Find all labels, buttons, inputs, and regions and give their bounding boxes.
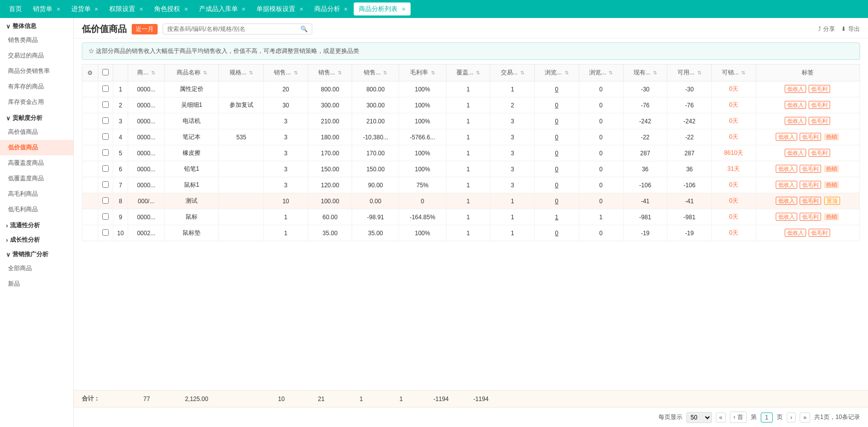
row-checkbox-cell[interactable] (98, 97, 113, 113)
spec-col[interactable]: 规格... ⇅ (219, 64, 264, 81)
row-tags: 低收入 低毛利 (756, 81, 860, 97)
row-checkbox[interactable] (102, 197, 109, 204)
row-checkbox-cell[interactable] (98, 161, 113, 177)
nav-close-product-in[interactable]: ✕ (241, 6, 245, 12)
last-page-btn[interactable]: » (800, 413, 810, 423)
sidebar-item-category-rate[interactable]: 商品分类销售率 (0, 63, 73, 79)
row-checkbox[interactable] (102, 117, 109, 124)
tag-hot: 热销 (824, 181, 839, 188)
sidebar-item-sales-products[interactable]: 销售类商品 (0, 32, 73, 48)
search-input[interactable] (167, 25, 300, 32)
row-checkbox[interactable] (102, 229, 109, 236)
sidebar-item-low-coverage[interactable]: 低覆盖度商品 (0, 171, 73, 186)
tag-low-profit: 低毛利 (809, 85, 830, 93)
sidebar-group-contribution[interactable]: ∨ 贡献度分析 (0, 110, 73, 124)
row-checkbox-cell[interactable] (98, 177, 113, 193)
usable-col[interactable]: 可用... ⇅ (667, 64, 712, 81)
nav-template[interactable]: 单据模板设置 ✕ (251, 2, 308, 15)
row-checkbox-cell[interactable] (98, 129, 113, 145)
trade-col[interactable]: 交易... ⇅ (490, 64, 535, 81)
settings-col[interactable]: ⚙ (82, 64, 98, 81)
sidebar-group-growth[interactable]: › 成长性分析 (0, 232, 73, 246)
browse1-col[interactable]: 浏览... ⇅ (535, 64, 579, 81)
search-icon[interactable]: 🔍 (300, 25, 308, 32)
select-all-checkbox[interactable] (102, 69, 109, 75)
sidebar-group-marketing-label: 营销推广分析 (12, 250, 48, 259)
filter-recent-month-btn[interactable]: 近一月 (132, 24, 158, 34)
sidebar-group-circulation[interactable]: › 流通性分析 (0, 217, 73, 232)
nav-purchase[interactable]: 进货单 ✕ (66, 2, 104, 15)
sellable-col[interactable]: 可销... ⇅ (711, 64, 756, 81)
table-body: 1 0000... 属性定价 20 800.00 800.00 100% 1 1… (82, 81, 860, 241)
nav-close-analysis-list[interactable]: ✕ (402, 6, 406, 12)
sidebar-item-stock-products[interactable]: 有库存的商品 (0, 79, 73, 94)
sidebar-item-high-value[interactable]: 高价值商品 (0, 124, 73, 140)
row-code: 0002... (128, 225, 165, 241)
sidebar-item-low-value[interactable]: 低价值商品 (0, 140, 73, 155)
sale-profit-col[interactable]: 销售... ⇅ (352, 64, 399, 81)
sidebar-item-high-profit[interactable]: 高毛利商品 (0, 186, 73, 202)
next-page-btn[interactable]: › (787, 413, 796, 423)
sidebar-group-marketing[interactable]: ∨ 营销推广分析 (0, 246, 73, 261)
code-col[interactable]: 商... ⇅ (128, 64, 165, 81)
first-page-btn[interactable]: « (716, 413, 726, 423)
row-checkbox[interactable] (102, 165, 109, 172)
row-checkbox[interactable] (102, 149, 109, 156)
row-browse1[interactable]: 0 (535, 97, 579, 113)
row-checkbox-cell[interactable] (98, 81, 113, 97)
sidebar-item-stock-capital[interactable]: 库存资金占用 (0, 94, 73, 110)
row-browse1[interactable]: 0 (535, 113, 579, 129)
coverage-col[interactable]: 覆盖... ⇅ (446, 64, 490, 81)
gross-rate-col[interactable]: 毛利率 ⇅ (399, 64, 446, 81)
share-btn[interactable]: ⤴ 分享 (818, 25, 835, 33)
export-btn[interactable]: ⬇ 导出 (841, 25, 860, 33)
row-browse1[interactable]: 0 (535, 145, 579, 161)
nav-analysis[interactable]: 商品分析 ✕ (309, 2, 353, 15)
nav-product-in[interactable]: 产成品入库单 ✕ (194, 2, 251, 15)
row-checkbox[interactable] (102, 85, 109, 92)
row-checkbox[interactable] (102, 213, 109, 220)
row-checkbox-cell[interactable] (98, 225, 113, 241)
qty-col[interactable]: 销售... ⇅ (264, 64, 308, 81)
sidebar-item-all-products[interactable]: 全部商品 (0, 261, 73, 276)
nav-home[interactable]: 首页 (4, 2, 27, 15)
sidebar-item-new-products[interactable]: 新品 (0, 276, 73, 292)
sidebar-item-high-coverage[interactable]: 高覆盖度商品 (0, 155, 73, 171)
nav-permission[interactable]: 权限设置 ✕ (104, 2, 148, 15)
row-browse1[interactable]: 1 (535, 209, 579, 225)
sidebar-group-overview[interactable]: ∨ 整体信息 (0, 18, 73, 32)
stock1-col[interactable]: 现有... ⇅ (623, 64, 667, 81)
prev-page-btn[interactable]: ‹ 首 (730, 412, 746, 423)
sidebar-item-low-profit[interactable]: 低毛利商品 (0, 202, 73, 217)
browse2-col[interactable]: 浏览... ⇅ (579, 64, 623, 81)
nav-analysis-list[interactable]: 商品分析列表 ✕ (354, 2, 411, 15)
row-checkbox-cell[interactable] (98, 193, 113, 209)
nav-close-template[interactable]: ✕ (299, 6, 303, 12)
row-browse1[interactable]: 0 (535, 161, 579, 177)
row-checkbox-cell[interactable] (98, 145, 113, 161)
row-browse1[interactable]: 0 (535, 193, 579, 209)
nav-close-role[interactable]: ✕ (184, 6, 188, 12)
row-checkbox[interactable] (102, 133, 109, 140)
row-checkbox[interactable] (102, 181, 109, 188)
row-browse1[interactable]: 0 (535, 177, 579, 193)
nav-close-purchase[interactable]: ✕ (94, 6, 98, 12)
per-page-select[interactable]: 50 100 (686, 412, 712, 423)
nav-sales[interactable]: 销货单 ✕ (28, 2, 65, 15)
nav-close-analysis[interactable]: ✕ (344, 6, 348, 12)
sidebar-item-traded[interactable]: 交易过的商品 (0, 48, 73, 63)
row-checkbox-cell[interactable] (98, 209, 113, 225)
nav-close-permission[interactable]: ✕ (139, 6, 143, 12)
row-browse1[interactable]: 0 (535, 81, 579, 97)
row-browse2: 0 (579, 81, 623, 97)
row-checkbox[interactable] (102, 101, 109, 108)
row-sale-amount: 180.00 (308, 129, 352, 145)
nav-close-sales[interactable]: ✕ (56, 6, 60, 12)
nav-role[interactable]: 角色授权 ✕ (149, 2, 193, 15)
row-checkbox-cell[interactable] (98, 113, 113, 129)
sale-amount-col[interactable]: 销售... ⇅ (308, 64, 352, 81)
row-browse1[interactable]: 0 (535, 225, 579, 241)
name-col[interactable]: 商品名称 ⇅ (165, 64, 219, 81)
row-name: 笔记本 (165, 129, 219, 145)
row-browse1[interactable]: 0 (535, 129, 579, 145)
